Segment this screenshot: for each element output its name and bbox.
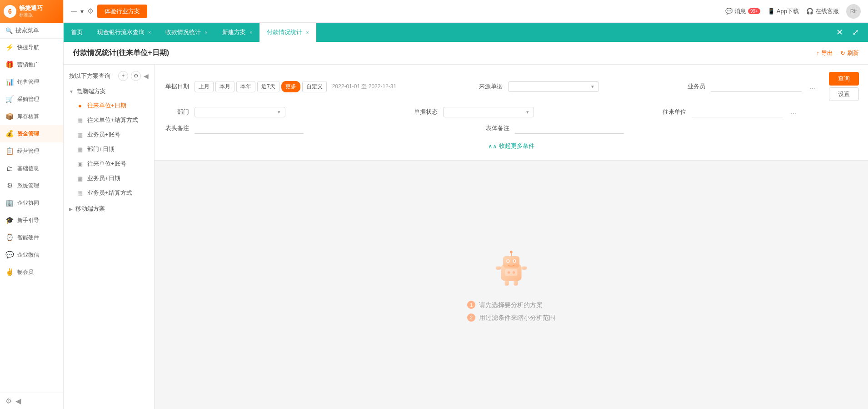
scheme-item-unit-account-label: 往来单位+账号 xyxy=(87,160,126,168)
sidebar-item-weixin[interactable]: 💬 企业微信 xyxy=(0,246,63,263)
sidebar-item-quick-nav[interactable]: ⚡ 快捷导航 xyxy=(0,39,63,56)
export-btn[interactable]: ↑ 导出 xyxy=(817,49,833,57)
scheme-item-unit-date[interactable]: ● 往来单位+日期 xyxy=(64,98,154,113)
operation-icon: 📋 xyxy=(5,147,14,155)
scheme-item-unit-settle-icon: ▦ xyxy=(76,116,84,124)
basic-icon: 🗂 xyxy=(5,164,14,172)
sidebar: 6 畅捷通巧 标准版 🔍 搜索菜单 ⚡ 快捷导航 🎁 营销推广 📊 销售管理 xyxy=(0,0,64,409)
partner-input[interactable] xyxy=(692,106,783,117)
refresh-btn[interactable]: ↻ 刷新 xyxy=(840,49,859,57)
tab-payment-label: 付款情况统计 xyxy=(267,28,302,36)
empty-state: 1 请先选择要分析的方案 2 用过滤条件来缩小分析范围 xyxy=(467,246,555,324)
sidebar-search[interactable]: 🔍 搜索菜单 xyxy=(0,23,63,39)
panel-add-btn[interactable]: + xyxy=(118,71,128,81)
tab-home[interactable]: 首页 xyxy=(64,23,90,42)
date-btn-7days[interactable]: 近7天 xyxy=(257,81,279,92)
sidebar-settings-btn[interactable]: ⚙ xyxy=(5,397,12,405)
scheme-item-dept-date[interactable]: ▦ 部门+日期 xyxy=(64,142,154,157)
refresh-icon: ↻ xyxy=(840,50,845,56)
user-avatar[interactable]: Rit xyxy=(846,4,861,19)
page-header: 付款情况统计(往来单位+日期) ↑ 导出 ↻ 刷新 xyxy=(64,42,868,65)
scheme-item-unit-settle[interactable]: ▦ 往来单位+结算方式 xyxy=(64,113,154,127)
empty-hint-1-text: 请先选择要分析的方案 xyxy=(479,298,543,311)
tab-payment-close[interactable]: × xyxy=(306,30,309,35)
date-btn-last-month[interactable]: 上月 xyxy=(195,81,214,92)
sidebar-item-inventory[interactable]: 📦 库存核算 xyxy=(0,108,63,125)
dept-select[interactable]: ▾ xyxy=(195,107,285,117)
date-btn-custom[interactable]: 自定义 xyxy=(302,81,327,92)
sidebar-item-system[interactable]: ⚙ 系统管理 xyxy=(0,177,63,194)
scheme-group-pc-header[interactable]: ▼ 电脑端方案 xyxy=(64,85,154,98)
scheme-item-unit-account[interactable]: ▣ 往来单位+账号 xyxy=(64,157,154,171)
app-subtitle: 标准版 xyxy=(19,12,43,18)
date-range-text: 2022-01-01 至 2022-12-31 xyxy=(332,83,396,91)
tab-payment[interactable]: 付款情况统计 × xyxy=(259,23,316,42)
sidebar-header: 6 畅捷通巧 标准版 xyxy=(0,0,63,23)
partner-ellipsis[interactable]: … xyxy=(788,108,799,116)
tab-bank[interactable]: 现金银行流水查询 × xyxy=(90,23,158,42)
staff-ellipsis[interactable]: … xyxy=(807,82,818,91)
date-btn-this-month[interactable]: 本月 xyxy=(215,81,234,92)
sidebar-item-enterprise[interactable]: 🏢 企业协同 xyxy=(0,194,63,212)
scheme-item-staff-settle[interactable]: ▦ 业务员+结算方式 xyxy=(64,186,154,200)
svg-rect-6 xyxy=(496,267,501,270)
tab-expand-btn[interactable]: ⤢ xyxy=(848,27,863,37)
panel-collapse-btn[interactable]: ◀ xyxy=(144,72,149,80)
date-btn-more[interactable]: 更多 xyxy=(281,81,300,92)
sidebar-search-label: 搜索菜单 xyxy=(15,26,39,35)
tab-receipt-close[interactable]: × xyxy=(205,30,207,35)
query-btn[interactable]: 查询 xyxy=(829,72,859,86)
topbar-dropdown-icon[interactable]: ▾ xyxy=(80,8,84,15)
tab-spacer xyxy=(316,23,833,42)
date-btn-this-year[interactable]: 本年 xyxy=(236,81,255,92)
sidebar-item-sales[interactable]: 📊 销售管理 xyxy=(0,73,63,91)
note-header-input[interactable] xyxy=(195,123,304,134)
scheme-group-mobile-header[interactable]: ▶ 移动端方案 xyxy=(64,202,154,216)
sidebar-nav: ⚡ 快捷导航 🎁 营销推广 📊 销售管理 🛒 采购管理 📦 库存核算 💰 xyxy=(0,39,63,393)
sidebar-collapse-btn[interactable]: ◀ xyxy=(15,397,21,405)
sidebar-item-guide[interactable]: 🎓 新手引导 xyxy=(0,212,63,229)
customer-service-btn[interactable]: 🎧 在线客服 xyxy=(806,7,839,15)
scheme-item-unit-account-icon: ▣ xyxy=(76,160,84,167)
topbar-settings-icon[interactable]: ⚙ xyxy=(87,7,94,15)
dept-select-arrow: ▾ xyxy=(278,109,280,115)
sidebar-item-member[interactable]: ✌ 畅会员 xyxy=(0,263,63,281)
tab-new-scheme-label: 新建方案 xyxy=(222,28,246,36)
filter-settings-btn[interactable]: 设置 xyxy=(829,87,859,101)
tab-bank-close[interactable]: × xyxy=(148,30,151,35)
panel-settings-btn[interactable]: ⚙ xyxy=(131,71,141,81)
empty-hint-1: 1 请先选择要分析的方案 xyxy=(467,298,555,311)
app-download-btn[interactable]: 📱 App下载 xyxy=(768,7,799,15)
message-btn[interactable]: 💬 消息 99+ xyxy=(725,7,760,15)
scheme-item-unit-date-icon: ● xyxy=(76,102,84,109)
tab-new-scheme-close[interactable]: × xyxy=(249,30,252,35)
source-select[interactable]: ▾ xyxy=(508,81,599,92)
sidebar-item-inventory-label: 库存核算 xyxy=(17,113,39,121)
note-body-input[interactable] xyxy=(515,123,624,134)
scheme-item-staff-account[interactable]: ▦ 业务员+账号 xyxy=(64,127,154,142)
app-download-label: App下载 xyxy=(777,7,799,15)
tab-close-all-btn[interactable]: ✕ xyxy=(833,27,847,37)
sidebar-item-marketing[interactable]: 🎁 营销推广 xyxy=(0,56,63,73)
tab-receipt-label: 收款情况统计 xyxy=(165,28,201,36)
topbar-left: — ▾ ⚙ 体验行业方案 xyxy=(71,5,720,18)
source-select-arrow: ▾ xyxy=(591,84,594,90)
collapse-icon: ∧∧ xyxy=(488,143,497,150)
sidebar-item-basic[interactable]: 🗂 基础信息 xyxy=(0,160,63,177)
try-industry-btn[interactable]: 体验行业方案 xyxy=(97,5,147,18)
collapse-more-btn[interactable]: ∧∧ 收起更多条件 xyxy=(164,139,859,153)
sidebar-item-hardware[interactable]: ⌚ 智能硬件 xyxy=(0,229,63,246)
tab-new-scheme[interactable]: 新建方案 × xyxy=(215,23,259,42)
scheme-item-staff-date[interactable]: ▦ 业务员+日期 xyxy=(64,171,154,186)
sidebar-item-purchase-label: 采购管理 xyxy=(17,96,39,103)
tab-receipt[interactable]: 收款情况统计 × xyxy=(158,23,215,42)
staff-input[interactable] xyxy=(711,81,802,92)
sidebar-item-operation[interactable]: 📋 经营管理 xyxy=(0,142,63,160)
export-icon: ↑ xyxy=(817,50,820,56)
sidebar-item-sales-label: 销售管理 xyxy=(17,78,39,86)
sidebar-item-purchase[interactable]: 🛒 采购管理 xyxy=(0,91,63,108)
status-select[interactable]: ▾ xyxy=(443,107,534,117)
step-num-1: 1 xyxy=(467,301,475,309)
sidebar-item-capital[interactable]: 💰 资金管理 xyxy=(0,125,63,142)
tab-bank-label: 现金银行流水查询 xyxy=(97,28,145,36)
